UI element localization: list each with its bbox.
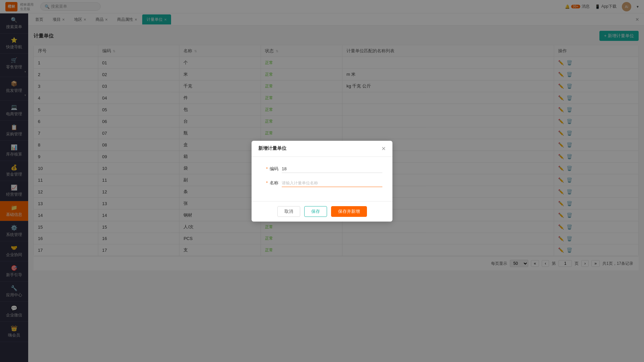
form-code-label: * 编码 [262, 166, 282, 172]
modal-body: * 编码 * 名称 [252, 157, 392, 201]
modal-name-input[interactable] [282, 179, 382, 187]
modal-overlay: 新增计量单位 ✕ * 编码 * 名称 取消 保存 保存并新增 [0, 0, 644, 362]
modal-close-button[interactable]: ✕ [381, 145, 386, 152]
modal-title: 新增计量单位 [258, 145, 286, 152]
form-name-label: * 名称 [262, 180, 282, 186]
code-required-marker: * [266, 166, 268, 171]
modal-footer: 取消 保存 保存并新增 [252, 201, 392, 222]
modal-code-input[interactable] [282, 165, 382, 173]
cancel-button[interactable]: 取消 [277, 206, 300, 217]
form-row-name: * 名称 [262, 179, 382, 187]
add-measure-unit-modal: 新增计量单位 ✕ * 编码 * 名称 取消 保存 保存并新增 [252, 141, 392, 222]
save-and-new-button[interactable]: 保存并新增 [331, 206, 367, 217]
form-row-code: * 编码 [262, 165, 382, 173]
save-button[interactable]: 保存 [304, 206, 327, 217]
name-required-marker: * [266, 180, 268, 185]
modal-header: 新增计量单位 ✕ [252, 141, 392, 157]
